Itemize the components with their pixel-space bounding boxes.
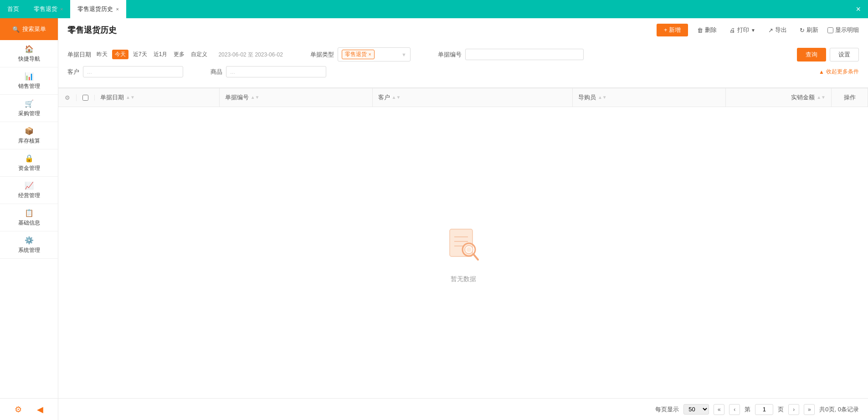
print-dropdown-icon: ▼: [751, 28, 755, 33]
settings-button[interactable]: 设置: [830, 48, 859, 61]
collapse-bar[interactable]: ▲ 收起更多条件: [819, 66, 859, 77]
export-icon: ↗: [768, 27, 773, 34]
date-filter: 单据日期 昨天 今天 近7天 近1月 更多 自定义: [67, 50, 209, 59]
query-settings-buttons: 查询 设置: [797, 48, 859, 61]
main-layout: 🔍 搜索菜单 🏠 快捷导航 📊 销售管理 🛒 采购管理 📦 库存核算 🔒: [0, 18, 868, 420]
svg-point-7: [467, 247, 471, 252]
finance-icon: 🔒: [25, 154, 34, 163]
date-sort-icon[interactable]: ▲▼: [126, 95, 135, 100]
page-size-label: 每页显示: [655, 405, 679, 414]
display-mingxi-checkbox[interactable]: [827, 27, 833, 33]
th-checkbox[interactable]: [77, 95, 95, 101]
amount-sort-icon[interactable]: ▲▼: [817, 95, 826, 100]
new-button[interactable]: + 新增: [657, 24, 688, 36]
sidebar-item-quicknav[interactable]: 🏠 快捷导航: [0, 40, 58, 67]
empty-text: 暂无数据: [451, 275, 476, 283]
sidebar-item-finance[interactable]: 🔒 资金管理: [0, 149, 58, 177]
total-label: 共0页, 0条记录: [819, 405, 859, 414]
page-first-button[interactable]: «: [714, 404, 724, 415]
operations-icon: 📈: [25, 181, 34, 190]
guide-sort-icon[interactable]: ▲▼: [598, 95, 607, 100]
settings-bottom-icon[interactable]: ⚙: [15, 405, 22, 415]
doc-no-input[interactable]: [465, 49, 584, 60]
th-customer: 客户 ▲▼: [373, 88, 573, 107]
date-btn-7days[interactable]: 近7天: [131, 50, 149, 59]
tab-close-retail-return[interactable]: ×: [60, 6, 63, 12]
sidebar-menu: 🏠 快捷导航 📊 销售管理 🛒 采购管理 📦 库存核算 🔒 资金管理 📈: [0, 40, 58, 398]
sidebar: 🔍 搜索菜单 🏠 快捷导航 📊 销售管理 🛒 采购管理 📦 库存核算 🔒: [0, 18, 58, 420]
delete-button[interactable]: 🗑 删除: [693, 24, 720, 36]
customer-sort-icon[interactable]: ▲▼: [392, 95, 401, 100]
date-btn-custom[interactable]: 自定义: [189, 50, 209, 59]
sidebar-item-sales[interactable]: 📊 销售管理: [0, 67, 58, 95]
th-settings[interactable]: ⚙: [58, 94, 77, 101]
print-button[interactable]: 🖨 打印 ▼: [726, 24, 759, 36]
doc-type-filter: 单据类型 零售退货 × ▼: [310, 47, 411, 61]
home-icon: 🏠: [25, 44, 34, 53]
sidebar-item-inventory[interactable]: 📦 库存核算: [0, 122, 58, 149]
goods-select[interactable]: ...: [226, 66, 326, 77]
collapse-sidebar-icon[interactable]: ◀: [37, 405, 43, 415]
th-date: 单据日期 ▲▼: [95, 88, 220, 107]
toolbar: + 新增 🗑 删除 🖨 打印 ▼ ↗ 导出 ↻: [657, 24, 859, 36]
top-tab-bar: 首页 零售退货 × 零售退货历史 × ×: [0, 0, 868, 18]
page-prev-button[interactable]: ‹: [729, 404, 740, 415]
sidebar-item-system[interactable]: ⚙️ 系统管理: [0, 231, 58, 259]
delete-icon: 🗑: [697, 27, 703, 34]
date-range-display: 2023-06-02 至 2023-06-02: [218, 50, 282, 59]
display-mingxi-toggle[interactable]: 显示明细: [827, 26, 859, 34]
window-close-button[interactable]: ×: [848, 0, 868, 18]
table-header: ⚙ 单据日期 ▲▼ 单据编号 ▲▼ 客户 ▲▼ 导购员: [58, 88, 868, 107]
page-unit: 页: [778, 405, 784, 414]
basics-icon: 📋: [25, 208, 34, 217]
purchase-icon: 🛒: [25, 99, 34, 108]
customer-filter: 客户 ...: [67, 66, 183, 77]
doc-no-label: 单据编号: [438, 51, 462, 59]
date-filter-buttons: 昨天 今天 近7天 近1月 更多 自定义: [95, 50, 209, 59]
tab-home[interactable]: 首页: [0, 0, 26, 18]
customer-label: 客户: [67, 68, 79, 76]
tab-retail-return[interactable]: 零售退货 ×: [26, 0, 70, 18]
collapse-icon: ▲: [819, 69, 824, 75]
sales-icon: 📊: [25, 72, 34, 81]
export-button[interactable]: ↗ 导出: [765, 24, 791, 36]
page-size-select[interactable]: 50 10 20 100: [683, 404, 709, 415]
th-docno: 单据编号 ▲▼: [220, 88, 373, 107]
print-icon: 🖨: [729, 27, 735, 34]
filter-row-2: 客户 ... 商品 ...: [67, 66, 859, 77]
date-filter-label: 单据日期: [67, 51, 91, 59]
collapse-bar-container: ▲ 收起更多条件: [819, 66, 859, 77]
goods-placeholder: ...: [230, 68, 235, 75]
select-all-checkbox[interactable]: [82, 95, 88, 101]
doc-type-dropdown-icon: ▼: [401, 52, 406, 57]
date-range-text: 2023-06-02 至 2023-06-02: [218, 51, 282, 59]
empty-state: 暂无数据: [58, 107, 868, 398]
page-header: 零售退货历史 + 新增 🗑 删除 🖨 打印 ▼ ↗ 导出: [58, 18, 868, 88]
date-btn-yesterday[interactable]: 昨天: [95, 50, 109, 59]
sidebar-bottom: ⚙ ◀: [0, 398, 58, 420]
tab-close-retail-return-history[interactable]: ×: [116, 6, 118, 12]
refresh-button[interactable]: ↻ 刷新: [796, 24, 822, 36]
date-btn-1month[interactable]: 近1月: [152, 50, 169, 59]
th-actions: 操作: [832, 88, 868, 107]
sidebar-item-operations[interactable]: 📈 经营管理: [0, 177, 58, 204]
sidebar-item-purchase[interactable]: 🛒 采购管理: [0, 95, 58, 122]
customer-select[interactable]: ...: [83, 66, 183, 77]
date-btn-more[interactable]: 更多: [172, 50, 186, 59]
th-amount: 实销金额 ▲▼: [726, 88, 832, 107]
page-input[interactable]: [755, 404, 773, 415]
doc-type-select[interactable]: 零售退货 × ▼: [338, 47, 411, 61]
query-button[interactable]: 查询: [797, 48, 826, 61]
sidebar-search[interactable]: 🔍 搜索菜单: [0, 18, 58, 40]
page-last-button[interactable]: »: [804, 404, 815, 415]
tab-retail-return-history[interactable]: 零售退货历史 ×: [70, 0, 126, 18]
refresh-icon: ↻: [800, 27, 805, 34]
date-btn-today[interactable]: 今天: [112, 50, 128, 59]
doc-type-tag-close[interactable]: ×: [369, 52, 371, 57]
page-next-button[interactable]: ›: [788, 404, 799, 415]
docno-sort-icon[interactable]: ▲▼: [251, 95, 260, 100]
svg-line-6: [473, 254, 478, 260]
sidebar-item-basics[interactable]: 📋 基础信息: [0, 204, 58, 231]
table-wrapper: ⚙ 单据日期 ▲▼ 单据编号 ▲▼ 客户 ▲▼ 导购员: [58, 88, 868, 420]
inventory-icon: 📦: [25, 126, 34, 135]
